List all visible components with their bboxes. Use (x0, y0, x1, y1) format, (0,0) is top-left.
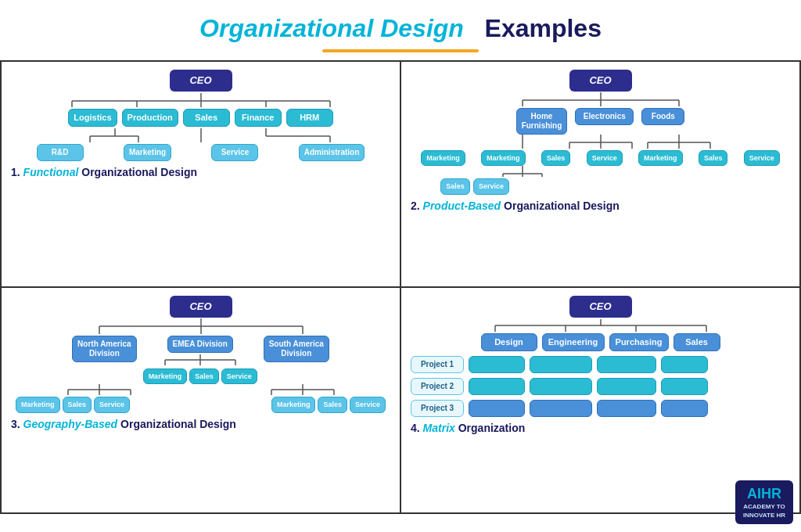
q2-electronics: Electronics (575, 108, 634, 125)
q2-elec-svc: Service (587, 150, 623, 167)
q2-org-chart: CEO HomeFurnishing Electronics Foods (411, 70, 790, 195)
q2-home-mktg: Marketing (421, 150, 465, 167)
q4-engineering: Engineering (542, 333, 605, 351)
q2-foods-svc: Service (744, 150, 780, 167)
q1-admin: Administration (299, 144, 365, 161)
q1-production: Production (122, 109, 178, 127)
q3-ceo-box: CEO (170, 296, 232, 318)
q1-logistics: Logistics (68, 109, 117, 127)
q4-p3c1 (469, 400, 525, 417)
q3-na-svc: Service (94, 397, 130, 413)
q4-proj3: Project 3 (411, 400, 464, 417)
q4-ceo-box: CEO (569, 296, 632, 318)
q2-foods-sales: Sales (699, 150, 728, 167)
q4-proj2: Project 2 (411, 378, 464, 395)
q4-p2c1 (469, 378, 525, 395)
q1-hrm: HRM (286, 109, 333, 127)
q4-p3c2 (530, 400, 592, 417)
q4-p1c3 (597, 356, 656, 373)
q2-elec-mktg: Marketing (481, 150, 526, 167)
q1-rd: R&D (37, 144, 84, 161)
q4-label: 4. Matrix Organization (411, 422, 790, 434)
q4-p2c4 (661, 378, 708, 395)
q4-sales: Sales (673, 333, 720, 351)
q3-sa-svc: Service (350, 397, 386, 413)
q3-na-mktg: Marketing (16, 397, 60, 413)
q4-p1c1 (469, 356, 525, 373)
q2-foods-mktg: Marketing (638, 150, 683, 167)
q1-ceo-box: CEO (170, 70, 232, 92)
q2-elec-sales: Sales (541, 150, 571, 167)
q4-design: Design (481, 333, 537, 351)
title-underline (322, 49, 479, 52)
q2-ceo-box: CEO (569, 70, 632, 92)
q4-purchasing: Purchasing (609, 333, 669, 351)
q3-sa-mktg: Marketing (271, 397, 316, 413)
q1-marketing: Marketing (124, 144, 171, 161)
q1-org-chart: CEO Logistics Production Sales Finan (11, 70, 390, 161)
quadrant-product: CEO HomeFurnishing Electronics Foods (401, 62, 801, 288)
q2-home-svc: Service (473, 178, 509, 195)
q4-p2c3 (597, 378, 656, 395)
q3-na: North AmericaDivision (72, 336, 137, 362)
q3-emea-svc: Service (221, 368, 257, 385)
main-grid: CEO Logistics Production Sales Finan (0, 60, 801, 514)
q3-emea-sales: Sales (189, 368, 219, 385)
q3-org-chart: CEO North AmericaDivision EMEA Division (11, 296, 390, 413)
quadrant-geography: CEO North AmericaDivision EMEA Division (2, 288, 401, 514)
q4-p3c4 (661, 400, 708, 417)
q2-home-sales: Sales (440, 178, 470, 195)
q1-service: Service (211, 144, 258, 161)
q3-sa: South AmericaDivision (264, 336, 329, 362)
q1-finance: Finance (235, 109, 282, 127)
q4-p3c3 (597, 400, 656, 417)
q3-emea-mktg: Marketing (143, 368, 188, 385)
page-title: Organizational Design Examples (0, 0, 801, 52)
q1-sales: Sales (183, 109, 230, 127)
q3-sa-sales: Sales (318, 397, 347, 413)
q4-org-chart: CEO Design Engineering Purchasing Sales (411, 296, 790, 417)
q3-na-sales: Sales (63, 397, 92, 413)
q4-p1c2 (530, 356, 592, 373)
q2-home: HomeFurnishing (516, 108, 568, 135)
aihr-logo: AIHR ACADEMY TOINNOVATE HR (735, 480, 793, 524)
q4-p1c4 (661, 356, 708, 373)
q2-foods: Foods (641, 108, 684, 125)
q4-p2c2 (530, 378, 592, 395)
q3-label: 3. Geography-Based Organizational Design (11, 418, 390, 430)
q1-label: 1. Functional Organizational Design (11, 166, 390, 178)
q4-proj1: Project 1 (411, 356, 464, 373)
q3-emea: EMEA Division (167, 336, 233, 353)
quadrant-functional: CEO Logistics Production Sales Finan (2, 62, 401, 288)
q2-label: 2. Product-Based Organizational Design (411, 200, 790, 212)
